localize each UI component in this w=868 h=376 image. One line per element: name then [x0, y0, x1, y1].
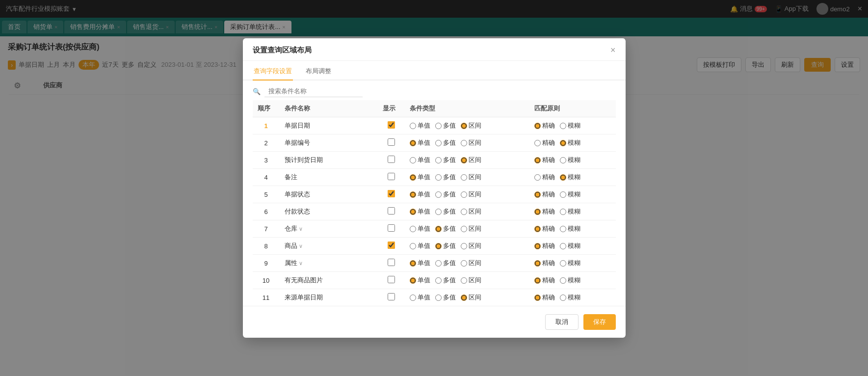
type-radio-item-multi[interactable]: 多值: [435, 276, 456, 285]
type-radio-multi[interactable]: [435, 209, 442, 215]
match-radio-item-fuzzy[interactable]: 模糊: [560, 156, 580, 164]
match-radio-item-exact[interactable]: 精确: [534, 156, 555, 164]
match-radio-item-exact[interactable]: 精确: [534, 138, 555, 147]
type-radio-single[interactable]: [410, 243, 416, 249]
type-radio-item-single[interactable]: 单值: [410, 293, 430, 302]
type-radio-single[interactable]: [410, 209, 416, 215]
match-radio-exact[interactable]: [534, 295, 541, 301]
type-radio-item-range[interactable]: 区间: [461, 173, 481, 182]
display-checkbox[interactable]: [388, 259, 395, 266]
type-radio-range[interactable]: [461, 157, 467, 163]
type-radio-multi[interactable]: [435, 174, 442, 181]
type-radio-item-single[interactable]: 单值: [410, 173, 430, 182]
type-radio-item-range[interactable]: 区间: [461, 242, 481, 250]
match-radio-item-exact[interactable]: 精确: [534, 276, 555, 285]
type-radio-single[interactable]: [410, 191, 416, 198]
type-radio-item-single[interactable]: 单值: [410, 242, 430, 250]
type-radio-item-range[interactable]: 区间: [461, 121, 481, 130]
match-radio-item-fuzzy[interactable]: 模糊: [560, 293, 580, 302]
match-radio-item-exact[interactable]: 精确: [534, 293, 555, 302]
type-radio-item-multi[interactable]: 多值: [435, 293, 456, 302]
match-radio-item-fuzzy[interactable]: 模糊: [560, 190, 580, 199]
type-radio-range[interactable]: [461, 174, 467, 181]
match-radio-item-exact[interactable]: 精确: [534, 207, 555, 216]
type-radio-item-multi[interactable]: 多值: [435, 259, 456, 268]
match-radio-item-exact[interactable]: 精确: [534, 173, 555, 182]
type-radio-item-range[interactable]: 区间: [461, 276, 481, 285]
type-radio-item-multi[interactable]: 多值: [435, 121, 456, 130]
type-radio-multi[interactable]: [435, 226, 442, 232]
display-checkbox[interactable]: [388, 293, 395, 300]
type-radio-item-single[interactable]: 单值: [410, 224, 430, 233]
match-radio-fuzzy[interactable]: [560, 295, 566, 301]
save-button[interactable]: 保存: [583, 314, 616, 330]
match-radio-exact[interactable]: [534, 174, 541, 181]
type-radio-item-range[interactable]: 区间: [461, 190, 481, 199]
type-radio-multi[interactable]: [435, 191, 442, 198]
type-radio-item-multi[interactable]: 多值: [435, 207, 456, 216]
type-radio-single[interactable]: [410, 123, 416, 129]
type-radio-item-single[interactable]: 单值: [410, 276, 430, 285]
type-radio-item-multi[interactable]: 多值: [435, 138, 456, 147]
type-radio-multi[interactable]: [435, 295, 442, 301]
type-radio-item-multi[interactable]: 多值: [435, 224, 456, 233]
match-radio-fuzzy[interactable]: [560, 157, 566, 163]
display-checkbox[interactable]: [388, 242, 395, 249]
type-radio-multi[interactable]: [435, 140, 442, 146]
type-radio-single[interactable]: [410, 295, 416, 301]
match-radio-item-exact[interactable]: 精确: [534, 224, 555, 233]
type-radio-multi[interactable]: [435, 260, 442, 267]
match-radio-exact[interactable]: [534, 140, 541, 146]
match-radio-fuzzy[interactable]: [560, 174, 566, 181]
match-radio-exact[interactable]: [534, 123, 541, 129]
type-radio-item-single[interactable]: 单值: [410, 156, 430, 164]
type-radio-item-single[interactable]: 单值: [410, 138, 430, 147]
type-radio-item-range[interactable]: 区间: [461, 224, 481, 233]
tab-query-fields[interactable]: 查询字段设置: [253, 63, 293, 81]
display-checkbox[interactable]: [388, 156, 395, 163]
match-radio-item-exact[interactable]: 精确: [534, 190, 555, 199]
match-radio-exact[interactable]: [534, 191, 541, 198]
tab-layout-adjust[interactable]: 布局调整: [305, 63, 332, 81]
type-radio-item-range[interactable]: 区间: [461, 138, 481, 147]
match-radio-item-fuzzy[interactable]: 模糊: [560, 259, 580, 268]
type-radio-range[interactable]: [461, 260, 467, 267]
type-radio-single[interactable]: [410, 140, 416, 146]
match-radio-item-fuzzy[interactable]: 模糊: [560, 138, 580, 147]
type-radio-item-single[interactable]: 单值: [410, 207, 430, 216]
type-radio-item-range[interactable]: 区间: [461, 293, 481, 302]
match-radio-fuzzy[interactable]: [560, 226, 566, 232]
display-checkbox[interactable]: [388, 121, 395, 129]
type-radio-item-range[interactable]: 区间: [461, 156, 481, 164]
type-radio-range[interactable]: [461, 191, 467, 198]
cancel-button[interactable]: 取消: [545, 314, 579, 330]
match-radio-fuzzy[interactable]: [560, 277, 566, 284]
type-radio-single[interactable]: [410, 174, 416, 181]
type-radio-item-range[interactable]: 区间: [461, 259, 481, 268]
match-radio-item-exact[interactable]: 精确: [534, 242, 555, 250]
match-radio-fuzzy[interactable]: [560, 123, 566, 129]
match-radio-fuzzy[interactable]: [560, 243, 566, 249]
match-radio-exact[interactable]: [534, 209, 541, 215]
match-radio-fuzzy[interactable]: [560, 140, 566, 146]
match-radio-exact[interactable]: [534, 243, 541, 249]
type-radio-single[interactable]: [410, 260, 416, 267]
type-radio-range[interactable]: [461, 209, 467, 215]
type-radio-single[interactable]: [410, 277, 416, 284]
display-checkbox[interactable]: [388, 138, 395, 146]
match-radio-item-fuzzy[interactable]: 模糊: [560, 173, 580, 182]
match-radio-item-exact[interactable]: 精确: [534, 121, 555, 130]
match-radio-fuzzy[interactable]: [560, 191, 566, 198]
match-radio-item-fuzzy[interactable]: 模糊: [560, 207, 580, 216]
type-radio-item-single[interactable]: 单值: [410, 190, 430, 199]
display-checkbox[interactable]: [388, 276, 395, 283]
match-radio-item-fuzzy[interactable]: 模糊: [560, 121, 580, 130]
match-radio-item-fuzzy[interactable]: 模糊: [560, 224, 580, 233]
type-radio-item-multi[interactable]: 多值: [435, 190, 456, 199]
type-radio-multi[interactable]: [435, 243, 442, 249]
display-checkbox[interactable]: [388, 190, 395, 197]
type-radio-multi[interactable]: [435, 277, 442, 284]
display-checkbox[interactable]: [388, 173, 395, 180]
type-radio-range[interactable]: [461, 123, 467, 129]
type-radio-range[interactable]: [461, 243, 467, 249]
